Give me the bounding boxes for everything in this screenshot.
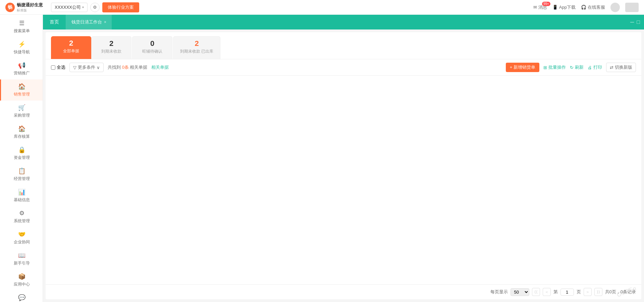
sidebar-item-marketing[interactable]: 📢营销推广 bbox=[0, 58, 43, 79]
logo-icon: 畅 bbox=[5, 3, 15, 12]
print-label: 打印 bbox=[593, 64, 602, 70]
logo-sub: 标准版 bbox=[17, 8, 43, 13]
filter-label: 更多条件 bbox=[78, 64, 95, 70]
page-input[interactable] bbox=[560, 289, 574, 296]
nav-label-guide: 新手引导 bbox=[14, 260, 30, 266]
stat-tab-overdue-uncollected[interactable]: 2到期未收款 bbox=[91, 36, 131, 59]
tab-close-icon[interactable]: × bbox=[104, 20, 106, 24]
found-text: 共找到 0条 相关单据 bbox=[108, 64, 147, 70]
select-all-checkbox[interactable]: 全选 bbox=[51, 64, 65, 70]
message-badge: 99+ bbox=[542, 2, 550, 6]
nav-label-system: 系统管理 bbox=[14, 218, 30, 224]
nav-label-enterprise: 企业协同 bbox=[14, 239, 30, 245]
sidebar-item-search-menu[interactable]: ☰搜索菜单 bbox=[0, 16, 43, 37]
top-header: 畅 畅捷通好生意 标准版 XXXXXX公司 ▾ ⚙ 体验行业方案 ✉ 消息 99… bbox=[0, 0, 644, 15]
nav-label-purchase: 采购管理 bbox=[14, 113, 30, 118]
sidebar-item-purchase[interactable]: 🛒采购管理 bbox=[0, 101, 43, 122]
found-suffix: 相关单据 bbox=[130, 65, 147, 70]
sidebar-item-sales[interactable]: 🏠销售管理 bbox=[0, 79, 43, 101]
message-button[interactable]: ✉ 消息 99+ bbox=[533, 4, 547, 10]
nav-label-base-info: 基础信息 bbox=[14, 197, 30, 203]
sidebar-item-system[interactable]: ⚙系统管理 bbox=[0, 206, 43, 227]
select-all-label: 全选 bbox=[57, 64, 65, 70]
nav-icon-base-info: 📊 bbox=[18, 188, 25, 196]
prev-page-button[interactable]: ＜ bbox=[543, 288, 551, 296]
nav-icon-inventory: 🏠 bbox=[18, 125, 25, 132]
batch-button[interactable]: ⊞ 批量操作 bbox=[543, 64, 566, 70]
stats-tabs: 2全部单据2到期未收款0旺辅待确认2到期未收款 已出库 bbox=[46, 32, 641, 59]
main-content: 2全部单据2到期未收款0旺辅待确认2到期未收款 已出库 全选 ▽ 更多条件 ∨ … bbox=[43, 29, 644, 302]
nav-label-quick-nav: 快捷导航 bbox=[14, 49, 30, 55]
stat-label-overdue-shipped: 到期未收款 已出库 bbox=[180, 49, 213, 54]
filter-button[interactable]: ▽ 更多条件 ∨ bbox=[69, 63, 104, 72]
stat-number-wangpu-confirm: 0 bbox=[139, 39, 165, 48]
stat-label-all: 全部单据 bbox=[58, 48, 85, 54]
gear-icon: ⚙ bbox=[93, 5, 97, 10]
nav-icon-enterprise: 🤝 bbox=[18, 231, 25, 238]
sidebar-item-enterprise[interactable]: 🤝企业协同 bbox=[0, 227, 43, 248]
stat-label-wangpu-confirm: 旺辅待确认 bbox=[139, 49, 165, 54]
total-label: 共0页，0条记录 bbox=[605, 289, 636, 295]
sidebar-item-wechat[interactable]: 💬企业微信 bbox=[0, 291, 43, 302]
company-selector[interactable]: XXXXXX公司 ▾ bbox=[51, 3, 88, 12]
nav-label-operation: 经营管理 bbox=[14, 176, 30, 182]
nav-icon-marketing: 📢 bbox=[18, 62, 25, 69]
tab-minimize-icon[interactable]: ─ bbox=[630, 19, 634, 25]
select-all-input[interactable] bbox=[51, 65, 55, 70]
add-button[interactable]: + 新增销货单 bbox=[506, 63, 539, 72]
stat-tab-all[interactable]: 2全部单据 bbox=[51, 36, 91, 59]
nav-icon-search-menu: ☰ bbox=[19, 19, 24, 27]
first-page-button[interactable]: ⟨⟨ bbox=[532, 288, 540, 296]
nav-label-search-menu: 搜索菜单 bbox=[14, 28, 30, 34]
switch-button[interactable]: ⇄ 切换新版 bbox=[606, 63, 636, 72]
sidebar: ☰搜索菜单⚡快捷导航📢营销推广🏠销售管理🛒采购管理🏠库存核算🔒资金管理📋经营管理… bbox=[0, 0, 43, 302]
toolbar: 全选 ▽ 更多条件 ∨ 共找到 0条 相关单据 相关单据 + 新增销货单 ⊞ 批… bbox=[46, 59, 641, 76]
user-name[interactable] bbox=[625, 3, 639, 12]
filter-chevron: ∨ bbox=[97, 65, 100, 70]
stat-tab-wangpu-confirm[interactable]: 0旺辅待确认 bbox=[132, 36, 172, 59]
print-button[interactable]: 🖨 打印 bbox=[588, 64, 602, 70]
nav-label-inventory: 库存核算 bbox=[14, 134, 30, 139]
nav-icon-finance: 🔒 bbox=[18, 146, 25, 154]
logo-area: 畅 畅捷通好生意 标准版 bbox=[5, 2, 43, 13]
next-page-button[interactable]: ＞ bbox=[584, 288, 592, 296]
print-icon: 🖨 bbox=[588, 65, 592, 70]
online-service-button[interactable]: 🎧 在线客服 bbox=[581, 4, 605, 10]
sidebar-item-finance[interactable]: 🔒资金管理 bbox=[0, 143, 43, 164]
nav-label-app-center: 应用中心 bbox=[14, 282, 30, 287]
tab-bar: 首页 钱货日清工作台 × ─ □ bbox=[43, 15, 644, 29]
tab-home[interactable]: 首页 bbox=[43, 15, 66, 29]
logo-text: 畅捷通好生意 标准版 bbox=[17, 2, 43, 13]
header-left: 畅 畅捷通好生意 标准版 XXXXXX公司 ▾ ⚙ 体验行业方案 bbox=[5, 2, 139, 13]
trial-button[interactable]: 体验行业方案 bbox=[102, 2, 139, 12]
page-label: 第 bbox=[553, 289, 558, 295]
related-link[interactable]: 相关单据 bbox=[151, 64, 169, 70]
sidebar-item-quick-nav[interactable]: ⚡快捷导航 bbox=[0, 37, 43, 58]
stat-number-overdue-shipped: 2 bbox=[180, 39, 213, 48]
avatar[interactable] bbox=[610, 3, 620, 12]
tab-maximize-icon[interactable]: □ bbox=[637, 19, 640, 25]
app-download-button[interactable]: 📱 App下载 bbox=[552, 4, 576, 10]
message-icon: ✉ bbox=[533, 5, 537, 10]
per-page-select[interactable]: 102050100 bbox=[511, 288, 529, 296]
switch-label: 切换新版 bbox=[615, 64, 632, 70]
refresh-button[interactable]: ↻ 刷新 bbox=[570, 64, 584, 70]
sidebar-item-inventory[interactable]: 🏠库存核算 bbox=[0, 122, 43, 143]
last-page-button[interactable]: ⟩⟩ bbox=[594, 288, 602, 296]
switch-icon: ⇄ bbox=[610, 65, 613, 70]
stat-tab-overdue-shipped[interactable]: 2到期未收款 已出库 bbox=[173, 36, 220, 59]
sidebar-item-guide[interactable]: 📖新手引导 bbox=[0, 248, 43, 269]
toolbar-right: + 新增销货单 ⊞ 批量操作 ↻ 刷新 🖨 打印 ⇄ 切换新版 bbox=[506, 63, 636, 72]
filter-icon: ▽ bbox=[73, 65, 76, 70]
nav-label-marketing: 营销推广 bbox=[14, 70, 30, 76]
sidebar-item-operation[interactable]: 📋经营管理 bbox=[0, 164, 43, 185]
sidebar-item-app-center[interactable]: 📦应用中心 bbox=[0, 269, 43, 291]
sidebar-item-base-info[interactable]: 📊基础信息 bbox=[0, 185, 43, 206]
tab-active[interactable]: 钱货日清工作台 × bbox=[66, 15, 112, 29]
pagination: 每页显示 102050100 ⟨⟨ ＜ 第 页 ＞ ⟩⟩ 共0页，0条记录 bbox=[46, 284, 641, 299]
found-prefix: 共找到 bbox=[108, 65, 121, 70]
company-name: XXXXXX公司 bbox=[55, 4, 81, 10]
nav-icon-quick-nav: ⚡ bbox=[18, 41, 25, 48]
refresh-label: 刷新 bbox=[575, 64, 584, 70]
settings-button[interactable]: ⚙ bbox=[90, 3, 100, 12]
